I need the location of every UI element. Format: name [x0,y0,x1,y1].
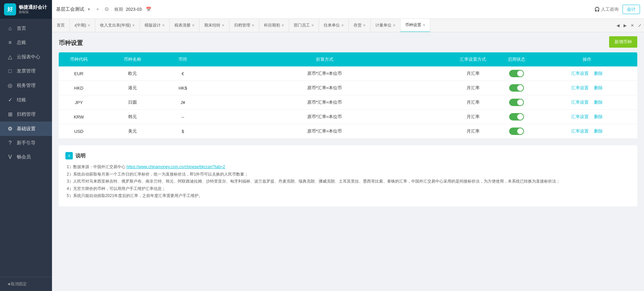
currency-code: USD [59,126,99,137]
tab-dept[interactable]: 部门员工 ✕ [289,19,319,32]
delete-link[interactable]: 删除 [594,85,603,91]
tab-income[interactable]: 收入支出表(年报) ✕ [95,19,140,32]
currency-code: HKD [59,82,99,94]
delete-link[interactable]: 删除 [594,70,603,77]
tax-icon: ◎ [7,82,13,89]
sidebar-item-home[interactable]: ⌂ 首页 [0,21,52,36]
tab-next-btn[interactable]: ▶ [622,22,628,29]
sidebar-item-reports[interactable]: △ 云报表中心 [0,50,52,64]
tab-unit[interactable]: 计量单位 ✕ [371,19,400,32]
app-name: 畅捷通好会计 [19,4,47,10]
sidebar-item-archive[interactable]: ⊞ 归档管理 [0,107,52,122]
note-text: 3）人民币对马来西亚林吉特、俄罗斯卢布、南非兰特、韩元、阿联酋迪拉姆、沙特里亚尔… [67,179,560,184]
sidebar-item-guide[interactable]: ? 新手引导 [0,136,52,150]
ledger-icon: ≡ [7,40,13,46]
close-icon[interactable]: ✕ [363,23,366,27]
currency-name: 日圆 [99,96,166,109]
enable-toggle[interactable] [509,128,524,135]
currency-name: 韩元 [99,110,166,123]
sidebar-item-label: 税务管理 [17,83,36,89]
close-icon[interactable]: ✕ [281,23,284,27]
sidebar-item-label: 结账 [17,97,26,103]
close-icon[interactable]: ✕ [311,23,314,27]
tab-contact[interactable]: 往来单位 ✕ [319,19,349,32]
tab-close-all-btn[interactable]: ✕ [629,22,635,29]
page-title: 币种设置 [59,39,637,47]
tabs-nav: ◀ ▶ ✕ ⤢ [614,22,644,29]
th-symbol: 币符 [166,52,200,66]
sidebar-item-settings[interactable]: ⚙ 基础设置 [0,122,52,136]
rate-settings-link[interactable]: 汇率设置 [571,99,589,105]
tab-label: 币种设置 [405,22,421,28]
tab-period[interactable]: 𝑡(中期) ✕ [70,19,95,32]
tab-period-end[interactable]: 期末结转 ✕ [200,19,229,32]
sidebar-item-tax[interactable]: ◎ 税务管理 [0,78,52,93]
rate-settings-link[interactable]: 汇率设置 [571,70,589,77]
enable-toggle[interactable] [509,113,524,120]
note-text: 2）系统自动获取每月第一个工作日的汇率标价，统一为直接标价法，即1外币可以兑换的… [67,172,248,177]
calc-method: 原币*汇率=本位币 [200,96,449,109]
tab-label: 模版设计 [145,22,161,28]
tab-home[interactable]: 首页 [52,19,70,32]
tab-tax[interactable]: 税表清册 ✕ [170,19,200,32]
note-item-4: 4）无官方牌价的币种，可以用用户手工维护汇率信息； [65,185,631,193]
currency-name: 欧元 [99,67,166,80]
close-icon[interactable]: ✕ [393,23,395,27]
sidebar-item-settle[interactable]: ✓ 结账 [0,93,52,107]
tab-subject[interactable]: 科目期初 ✕ [259,19,289,32]
close-icon[interactable]: ✕ [162,23,165,27]
account-btn[interactable]: 会计 [623,5,640,14]
header-right: 🎧 人工咨询 会计 [594,5,640,14]
sidebar-pin-toggle[interactable]: ◄取消固定 [0,277,52,291]
note-text: 4）无官方牌价的币种，可以用用户手工维护汇率信息； [67,186,166,191]
close-icon[interactable]: ✕ [222,23,224,27]
rate-settings-link[interactable]: 汇率设置 [571,128,589,134]
table-row: USD 美元 $ 原币*汇率=本位币 月汇率 汇率设置 删除 [59,124,637,139]
rate-settings-link[interactable]: 汇率设置 [571,114,589,120]
sidebar-item-member[interactable]: V 畅会员 [0,150,52,164]
calc-method: 原币*汇率=本位币 [200,67,449,80]
close-icon[interactable]: ✕ [88,23,90,27]
tab-template[interactable]: 模版设计 ✕ [140,19,170,32]
delete-link[interactable]: 删除 [594,128,603,134]
pin-label: ◄取消固定 [7,281,27,287]
company-dropdown[interactable]: ▼ [87,7,91,12]
sidebar: 好 畅捷通好会计 旗舰版 ⌂ 首页 ≡ 总账 △ 云报表中心 □ 发票管理 ◎ … [0,0,52,291]
close-icon[interactable]: ✕ [423,23,425,27]
rate-type: 月汇率 [449,125,496,138]
sidebar-item-ledger[interactable]: ≡ 总账 [0,36,52,50]
currency-code: EUR [59,68,99,80]
tab-prev-btn[interactable]: ◀ [615,22,621,29]
close-icon[interactable]: ✕ [132,23,135,27]
delete-link[interactable]: 删除 [594,114,603,120]
period-calendar-icon[interactable]: 📅 [146,7,151,12]
tab-currency[interactable]: 币种设置 ✕ [400,19,430,32]
close-icon[interactable]: ✕ [252,23,254,27]
enable-status [496,110,537,124]
top-header: 基层工会测试 ▼ ＋ ⚙ 账期 2023-03 📅 🎧 人工咨询 会计 [52,0,644,19]
tab-archive[interactable]: 归档管理 ✕ [229,19,259,32]
delete-link[interactable]: 删除 [594,99,603,105]
calc-method: 原币*汇率=本位币 [200,110,449,123]
new-currency-btn[interactable]: 新增币种 [609,36,637,48]
help-btn[interactable]: 🎧 人工咨询 [594,6,619,12]
currency-code: JPY [59,97,99,108]
tab-label: 存货 [354,22,362,28]
tab-inventory[interactable]: 存货 ✕ [349,19,371,32]
company-settings-btn[interactable]: ⚙ [104,6,109,12]
enable-status [496,66,537,81]
sidebar-item-invoice[interactable]: □ 发票管理 [0,64,52,78]
enable-toggle[interactable] [509,70,524,77]
close-icon[interactable]: ✕ [192,23,195,27]
note-title-text: 说明 [75,153,86,159]
close-icon[interactable]: ✕ [341,23,344,27]
tab-label: 期末结转 [204,22,220,28]
enable-toggle[interactable] [509,99,524,106]
rate-settings-link[interactable]: 汇率设置 [571,85,589,91]
enable-toggle[interactable] [509,84,524,92]
note-link[interactable]: https://www.chinamoney.com.cn/chinese/bk… [126,164,225,169]
add-company-btn[interactable]: ＋ [95,6,100,13]
tab-expand-btn[interactable]: ⤢ [637,22,643,29]
currency-symbol: HK$ [166,82,200,94]
app-sub: 旗舰版 [19,10,47,14]
